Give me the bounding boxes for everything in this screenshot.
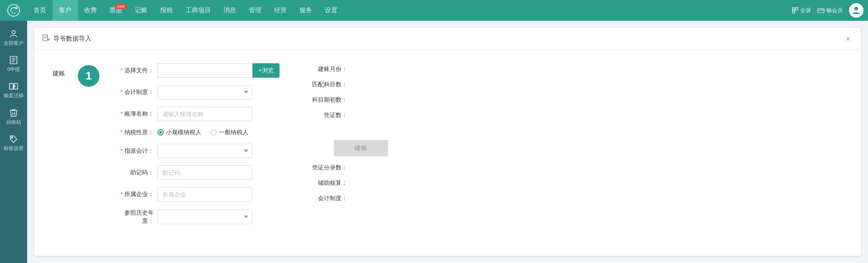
nav-right-actions: 全屏 畅会员 [792, 3, 863, 18]
modal-title: 导爷数据导入 [53, 35, 91, 43]
nav-bookkeeping[interactable]: 记账 [128, 0, 154, 21]
content-area: 导爷数据导入 × 建账 1 选择文件： [27, 21, 868, 263]
form-grid: 选择文件： +浏览 会计制度： [118, 63, 397, 225]
voucher-count-label: 凭证数： [307, 111, 347, 119]
nav-tax[interactable]: 报税 [154, 0, 179, 21]
nav-messages[interactable]: 消息 [217, 0, 242, 21]
subjects-initial-label: 科目期初数： [307, 96, 347, 104]
nav-settings[interactable]: 设置 [318, 0, 344, 21]
vip-button[interactable]: 畅会员 [817, 7, 843, 14]
memo-row: 助记码： [118, 165, 280, 180]
tax-small-label: 小规模纳税人 [166, 128, 201, 136]
history-year-select[interactable] [157, 210, 252, 224]
logo [5, 1, 23, 19]
tax-general-label: 一般纳税人 [219, 128, 248, 136]
svg-rect-4 [792, 11, 795, 13]
nav-home[interactable]: 首页 [27, 0, 52, 21]
svg-point-7 [12, 31, 15, 34]
accounting-system-row: 会计制度： [118, 85, 280, 99]
accountant-row: 指派会计： [118, 144, 280, 158]
svg-rect-9 [9, 84, 13, 89]
file-label: 选择文件： [118, 66, 154, 75]
svg-point-6 [854, 7, 858, 10]
radio-circle-general [210, 129, 217, 136]
radio-circle-small [157, 129, 164, 136]
svg-rect-5 [818, 9, 824, 13]
build-month-row: 建账月份： [307, 65, 397, 73]
nav-menu: 首页 客户 收费 票据 new 记账 报税 工商项目 消息 管理 经营 服务 设… [27, 0, 792, 21]
history-year-row: 参照历史年度： [118, 209, 280, 225]
match-subjects-label: 匹配科目数： [307, 80, 347, 89]
form-container: 建账 1 选择文件： +浏览 [34, 50, 861, 239]
step-indicator: 建账 1 [52, 63, 100, 225]
right-accounting-system-label: 会计制度： [307, 194, 347, 202]
sidebar-item-zero-report[interactable]: 0申报 [1, 52, 26, 76]
ledger-name-row: 账簿名称： [118, 107, 280, 121]
fullscreen-button[interactable]: 全屏 [792, 7, 811, 14]
modal-header: 导爷数据导入 [34, 28, 861, 50]
svg-point-0 [8, 5, 19, 16]
memo-label: 助记码： [118, 169, 154, 177]
nav-invoices[interactable]: 票据 new [103, 0, 128, 21]
tax-small-radio[interactable]: 小规模纳税人 [157, 128, 201, 136]
sidebar-label-zero-report: 0申报 [7, 66, 20, 72]
sidebar-item-all-clients[interactable]: 全部客户 [1, 25, 26, 50]
sidebar-label-migration: 账套迁移 [4, 93, 24, 99]
sidebar-label-all-clients: 全部客户 [4, 40, 24, 46]
sidebar-item-trash[interactable]: 回收站 [1, 104, 26, 129]
history-year-label: 参照历史年度： [118, 209, 154, 225]
nav-services[interactable]: 服务 [293, 0, 318, 21]
svg-rect-2 [792, 8, 795, 10]
company-label: 所属企业： [118, 190, 154, 198]
sidebar-item-tags[interactable]: 标签设置 [1, 131, 26, 155]
aux-account-label: 辅助核算： [307, 179, 347, 187]
import-icon [43, 34, 50, 43]
top-navigation: 首页 客户 收费 票据 new 记账 报税 工商项目 消息 管理 经营 服务 设… [0, 0, 868, 21]
file-input[interactable] [157, 63, 252, 78]
voucher-entries-label: 凭证分录数： [307, 164, 347, 172]
accounting-system-label: 会计制度： [118, 88, 154, 96]
ledger-name-label: 账簿名称： [118, 110, 154, 118]
ledger-name-input[interactable] [157, 107, 252, 121]
nav-management[interactable]: 管理 [242, 0, 268, 21]
close-button[interactable]: × [843, 33, 854, 44]
sidebar: 全部客户 0申报 账套迁移 回收站 [0, 21, 27, 263]
nav-operations[interactable]: 经营 [268, 0, 293, 21]
form-right-col: 建账月份： 匹配科目数： 科目期初数： 凭证数： [307, 63, 397, 225]
create-account-button: 建账 [334, 140, 388, 156]
company-input[interactable] [157, 187, 252, 202]
match-subjects-row: 匹配科目数： [307, 80, 397, 89]
nav-clients[interactable]: 客户 [52, 0, 78, 21]
new-badge: new [115, 4, 127, 9]
voucher-entries-row: 凭证分录数： [307, 164, 397, 172]
company-row: 所属企业： [118, 187, 280, 202]
nav-business[interactable]: 工商项目 [179, 0, 217, 21]
step-circle: 1 [78, 65, 100, 87]
avatar[interactable] [849, 3, 863, 18]
subjects-initial-row: 科目期初数： [307, 96, 397, 104]
memo-input[interactable] [157, 165, 252, 180]
form-left-col: 选择文件： +浏览 会计制度： [118, 63, 280, 225]
vip-label: 畅会员 [826, 7, 843, 14]
tax-type-row: 纳税性质： 小规模纳税人 一般纳税人 [118, 128, 280, 136]
voucher-count-row: 凭证数： [307, 111, 397, 119]
step-label: 建账 [52, 70, 65, 78]
sidebar-item-migration[interactable]: 账套迁移 [1, 78, 26, 102]
file-input-group: +浏览 [157, 63, 280, 78]
tax-type-label: 纳税性质： [118, 128, 154, 136]
nav-fees[interactable]: 收费 [78, 0, 103, 21]
accountant-label: 指派会计： [118, 147, 154, 155]
tax-general-radio[interactable]: 一般纳税人 [210, 128, 248, 136]
sidebar-label-trash: 回收站 [6, 119, 21, 125]
browse-button[interactable]: +浏览 [252, 63, 280, 78]
modal-card: 导爷数据导入 × 建账 1 选择文件： [34, 28, 861, 256]
svg-point-11 [11, 137, 13, 138]
accountant-select[interactable] [157, 144, 252, 158]
tax-type-radio-group: 小规模纳税人 一般纳税人 [157, 128, 248, 136]
file-select-row: 选择文件： +浏览 [118, 63, 280, 78]
main-layout: 全部客户 0申报 账套迁移 回收站 [0, 21, 868, 263]
svg-point-1 [15, 7, 18, 9]
right-accounting-system-row: 会计制度： [307, 194, 397, 202]
svg-rect-3 [796, 8, 798, 10]
accounting-system-select[interactable] [157, 85, 252, 99]
